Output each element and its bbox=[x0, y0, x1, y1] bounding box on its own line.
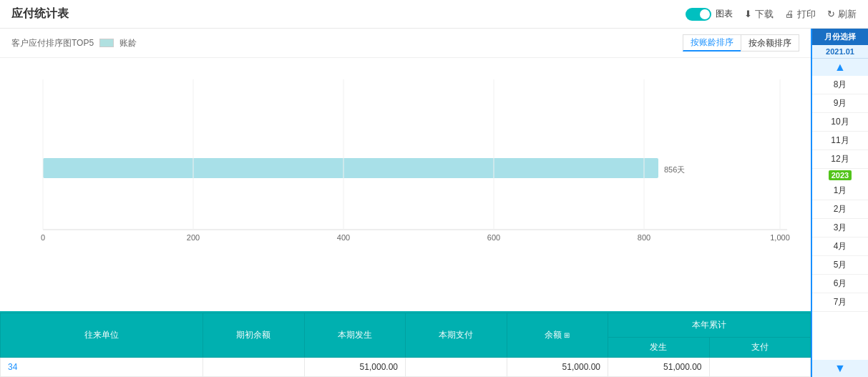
sidebar-month-3[interactable]: 3月 bbox=[812, 219, 868, 238]
cell-occur: 51,000.00 bbox=[304, 358, 406, 377]
chart-section: 客户应付排序图TOP5 账龄 按账龄排序 按余额排序 34 bbox=[0, 29, 811, 311]
print-label: 打印 bbox=[797, 8, 816, 21]
app-title: 应付统计表 bbox=[11, 6, 69, 21]
table-section: 往来单位 期初余额 本期发生 本期支付 余额 ⊞ 本年累计 发生 bbox=[0, 311, 811, 377]
svg-text:1,000: 1,000 bbox=[770, 233, 790, 242]
download-icon: ⬇ bbox=[744, 9, 752, 19]
balance-icon: ⊞ bbox=[564, 331, 570, 339]
app-container: 应付统计表 图表 ⬇ 下载 🖨 打印 ↻ 刷新 bbox=[0, 0, 868, 377]
sidebar-header-text: 月份选择 bbox=[824, 32, 856, 41]
header: 应付统计表 图表 ⬇ 下载 🖨 打印 ↻ 刷新 bbox=[0, 0, 868, 29]
sidebar-month-1[interactable]: 1月 bbox=[812, 182, 868, 200]
col-opening-header: 期初余额 bbox=[203, 313, 305, 358]
sort-buttons: 按账龄排序 按余额排序 bbox=[683, 34, 799, 52]
year-badge-row: 2023 bbox=[812, 169, 868, 182]
header-actions: 图表 ⬇ 下载 🖨 打印 ↻ 刷新 bbox=[686, 8, 857, 21]
sidebar-month-12[interactable]: 12月 bbox=[812, 150, 868, 169]
legend-color-box bbox=[99, 39, 114, 47]
sidebar-month-7[interactable]: 7月 bbox=[812, 293, 868, 312]
chart-legend-title: 客户应付排序图TOP5 bbox=[11, 37, 94, 49]
col-pay-header: 本期支付 bbox=[406, 313, 507, 358]
svg-text:600: 600 bbox=[487, 233, 500, 242]
col-balance-header: 余额 ⊞ bbox=[507, 313, 608, 358]
print-icon: 🖨 bbox=[785, 9, 794, 19]
cell-unit: 34 bbox=[1, 358, 203, 377]
sidebar-header-label: 月份选择 bbox=[812, 29, 868, 45]
year-badge: 2023 bbox=[829, 170, 852, 180]
main-content: 客户应付排序图TOP5 账龄 按账龄排序 按余额排序 34 bbox=[0, 29, 868, 377]
svg-rect-1 bbox=[43, 158, 658, 178]
sort-by-amount-button[interactable]: 按余额排序 bbox=[741, 34, 799, 52]
chart-toggle-label: 图表 bbox=[716, 8, 733, 20]
chart-svg: 34 856天 0 200 400 600 800 1,000 bbox=[36, 65, 796, 258]
refresh-icon: ↻ bbox=[827, 9, 835, 19]
col-unit-header: 往来单位 bbox=[1, 313, 203, 358]
cell-year-occur: 51,000.00 bbox=[608, 358, 710, 377]
svg-text:800: 800 bbox=[638, 233, 650, 242]
cell-opening bbox=[203, 358, 305, 377]
sidebar-month-5[interactable]: 5月 bbox=[812, 256, 868, 275]
sort-by-balance-button[interactable]: 按账龄排序 bbox=[683, 34, 741, 52]
legend-label: 账龄 bbox=[120, 37, 137, 49]
table-row: 34 51,000.00 51,000.00 51,000.00 bbox=[1, 358, 811, 377]
cell-pay bbox=[406, 358, 507, 377]
svg-text:400: 400 bbox=[337, 233, 350, 242]
sidebar-month-8[interactable]: 8月 bbox=[812, 76, 868, 94]
balance-label: 余额 bbox=[545, 330, 562, 340]
sidebar-month-11[interactable]: 11月 bbox=[812, 132, 868, 150]
sidebar-month-list: 8月 9月 10月 11月 12月 2023 1月 2月 3月 4月 5月 6月… bbox=[812, 76, 868, 360]
download-label: 下载 bbox=[755, 8, 774, 21]
chart-viz: 34 856天 0 200 400 600 800 1,000 bbox=[0, 58, 811, 311]
refresh-label: 刷新 bbox=[838, 8, 857, 21]
print-button[interactable]: 🖨 打印 bbox=[785, 8, 816, 21]
chart-toggle-wrap[interactable]: 图表 bbox=[686, 8, 733, 21]
data-table: 往来单位 期初余额 本期发生 本期支付 余额 ⊞ 本年累计 发生 bbox=[0, 313, 811, 377]
col-year-occur-header: 发生 bbox=[608, 338, 710, 358]
sidebar-current-display: 2021.01 bbox=[812, 45, 868, 59]
sidebar-month-10[interactable]: 10月 bbox=[812, 113, 868, 132]
unit-link[interactable]: 34 bbox=[8, 362, 17, 372]
svg-text:200: 200 bbox=[187, 233, 200, 242]
sidebar-month-2[interactable]: 2月 bbox=[812, 200, 868, 219]
col-occur-header: 本期发生 bbox=[304, 313, 406, 358]
sidebar-month-4[interactable]: 4月 bbox=[812, 238, 868, 256]
chart-header: 客户应付排序图TOP5 账龄 按账龄排序 按余额排序 bbox=[0, 29, 811, 58]
left-panel: 客户应付排序图TOP5 账龄 按账龄排序 按余额排序 34 bbox=[0, 29, 811, 377]
col-year-pay-header: 支付 bbox=[709, 338, 811, 358]
sidebar-month-6[interactable]: 6月 bbox=[812, 275, 868, 293]
right-sidebar: 月份选择 2021.01 ▲ 8月 9月 10月 11月 12月 2023 1月… bbox=[811, 29, 868, 377]
sidebar-scroll-up-button[interactable]: ▲ bbox=[812, 59, 868, 76]
table-header-row: 往来单位 期初余额 本期发生 本期支付 余额 ⊞ 本年累计 bbox=[1, 313, 811, 338]
cell-year-pay bbox=[709, 358, 811, 377]
svg-text:856天: 856天 bbox=[664, 165, 685, 174]
chart-toggle[interactable] bbox=[686, 8, 711, 21]
col-year-total-header: 本年累计 bbox=[608, 313, 811, 338]
download-button[interactable]: ⬇ 下载 bbox=[744, 8, 774, 21]
sidebar-scroll-down-button[interactable]: ▼ bbox=[812, 360, 868, 377]
refresh-button[interactable]: ↻ 刷新 bbox=[827, 8, 857, 21]
svg-text:0: 0 bbox=[41, 233, 45, 242]
cell-balance: 51,000.00 bbox=[507, 358, 608, 377]
sidebar-month-9[interactable]: 9月 bbox=[812, 94, 868, 113]
chart-legend: 客户应付排序图TOP5 账龄 bbox=[11, 37, 137, 49]
